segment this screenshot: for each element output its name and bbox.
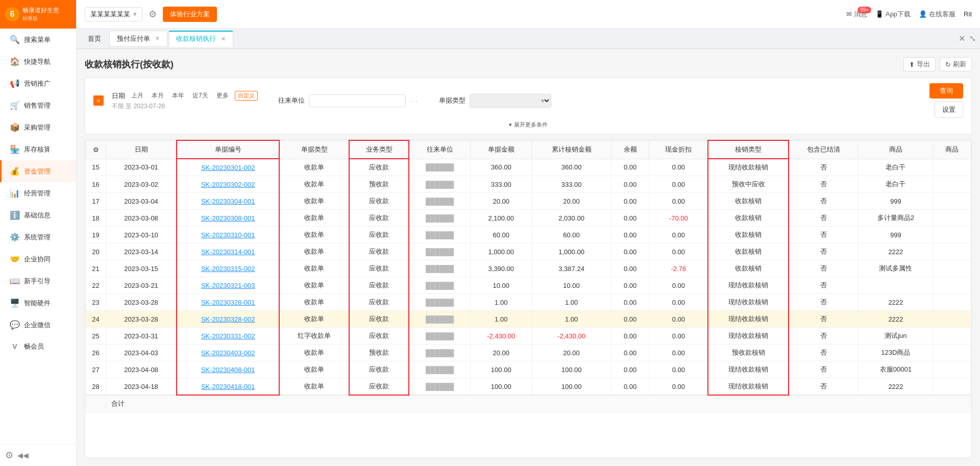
- bill-no-link[interactable]: SK-20230328-002: [201, 315, 255, 323]
- topbar-gear-icon[interactable]: ⚙: [149, 9, 157, 20]
- cell-goods1: 测试jun: [858, 328, 933, 345]
- date-range-text: 不限 至 2023-07-26: [112, 102, 258, 111]
- col-partner: 往来单位: [409, 140, 471, 159]
- cell-biz-type: 预收款: [349, 345, 409, 361]
- cell-goods2: [933, 243, 971, 260]
- col-amount: 单据金额: [471, 140, 532, 159]
- bill-no-link[interactable]: SK-20230310-001: [201, 231, 255, 239]
- bill-no-link[interactable]: SK-20230403-002: [201, 349, 255, 357]
- last-month-btn[interactable]: 上月: [129, 90, 145, 101]
- col-cum-amount: 累计核销金额: [532, 140, 611, 159]
- sidebar-item-corp[interactable]: 🤝 企业协同: [0, 248, 76, 270]
- cell-biz-type: 应收款: [349, 260, 409, 277]
- bill-no-link[interactable]: SK-20230301-002: [201, 164, 255, 171]
- bill-no-link[interactable]: SK-20230308-001: [201, 214, 255, 222]
- tab-close-all-button[interactable]: ✕: [959, 34, 965, 43]
- bill-no-link[interactable]: SK-20230418-001: [201, 383, 255, 390]
- cell-write-off-type: 收款核销: [708, 243, 789, 260]
- sidebar-item-wechat[interactable]: 💬 企业微信: [0, 314, 76, 336]
- cell-cash-disc: 0.00: [649, 328, 708, 345]
- sidebar-item-search[interactable]: 🔍 搜索菜单: [0, 29, 76, 51]
- expand-more-button[interactable]: ▾ 展开更多条件: [509, 121, 548, 129]
- cell-goods1: 老白干: [858, 176, 933, 193]
- table-settings-button[interactable]: 设置: [935, 102, 963, 118]
- sidebar-item-guide[interactable]: 📖 新手引导: [0, 270, 76, 292]
- this-year-btn[interactable]: 本年: [170, 90, 186, 101]
- cell-no: 28: [86, 378, 106, 396]
- partner-filter-input[interactable]: [309, 94, 406, 107]
- cell-goods1: 2222: [858, 243, 933, 260]
- cell-goods1: 2222: [858, 311, 933, 328]
- bill-no-link[interactable]: SK-20230408-001: [201, 366, 255, 374]
- refresh-icon: ↻: [945, 61, 951, 68]
- sidebar-item-operations[interactable]: 📊 经营管理: [0, 182, 76, 204]
- cell-no: 19: [86, 227, 106, 243]
- sidebar-item-label: 营销推广: [24, 79, 51, 88]
- tab-collect-exec-close[interactable]: ✕: [221, 36, 226, 42]
- sidebar-item-member[interactable]: V 畅会员: [0, 336, 76, 357]
- cell-bill-no: SK-20230408-001: [177, 361, 279, 378]
- tab-expand-button[interactable]: ⤡: [969, 34, 976, 43]
- sidebar-item-marketing[interactable]: 📢 营销推广: [0, 72, 76, 94]
- tab-collect-exec[interactable]: 收款核销执行 ✕: [168, 31, 233, 47]
- sidebar-nav: 🔍 搜索菜单 🏠 快捷导航 📢 营销推广 🛒 销售管理 📦 采购管理 🏪 库存核…: [0, 29, 76, 444]
- cell-bill-no: SK-20230304-001: [177, 193, 279, 210]
- sidebar-item-purchase[interactable]: 📦 采购管理: [0, 116, 76, 138]
- sidebar-item-inventory[interactable]: 🏪 库存核算: [0, 138, 76, 160]
- bill-no-link[interactable]: SK-20230314-001: [201, 248, 255, 256]
- filter-dots[interactable]: ···: [410, 97, 419, 105]
- solution-button[interactable]: 体验行业方案: [163, 7, 217, 22]
- sidebar-item-base[interactable]: ℹ️ 基础信息: [0, 204, 76, 226]
- custom-date-btn[interactable]: 自定义: [235, 91, 258, 101]
- bill-no-link[interactable]: SK-20230328-001: [201, 299, 255, 306]
- sidebar-item-hardware[interactable]: 🖥️ 智能硬件: [0, 292, 76, 314]
- message-badge: 99+: [857, 7, 871, 13]
- cell-bill-no: SK-20230418-001: [177, 378, 279, 396]
- sidebar-item-system[interactable]: ⚙️ 系统管理: [0, 226, 76, 248]
- sidebar-item-quick-nav[interactable]: 🏠 快捷导航: [0, 51, 76, 72]
- online-service-button[interactable]: 👤 在线客服: [919, 10, 955, 19]
- sidebar-item-label: 企业协同: [24, 255, 51, 264]
- cell-bill-no: SK-20230328-002: [177, 311, 279, 328]
- app-download-button[interactable]: 📱 App下载: [875, 10, 911, 19]
- bill-no-link[interactable]: SK-20230302-002: [201, 181, 255, 188]
- bill-no-link[interactable]: SK-20230321-003: [201, 282, 255, 289]
- filter-expand-button[interactable]: »: [93, 95, 104, 106]
- cell-amount: -2,430.00: [471, 328, 532, 345]
- tab-home[interactable]: 首页: [81, 31, 108, 47]
- export-button[interactable]: ⬆ 导出: [903, 57, 936, 71]
- cell-date: 2023-03-08: [106, 210, 177, 227]
- tab-pre-apply-close[interactable]: ✕: [155, 35, 160, 42]
- col-settings[interactable]: ⚙: [86, 140, 106, 159]
- cell-amount: 60.00: [471, 227, 532, 243]
- sidebar-item-label: 经营管理: [24, 189, 51, 198]
- this-month-btn[interactable]: 本月: [150, 90, 166, 101]
- cell-biz-type: 应收款: [349, 159, 409, 176]
- more-date-btn[interactable]: 更多: [214, 90, 231, 101]
- table-row: 28 2023-04-18 SK-20230418-001 收款单 应收款 ██…: [86, 378, 971, 396]
- refresh-button[interactable]: ↻ 刷新: [940, 57, 972, 71]
- bill-no-link[interactable]: SK-20230304-001: [201, 198, 255, 205]
- message-button[interactable]: ✉ 消息 99+: [846, 10, 867, 19]
- sidebar-item-label: 企业微信: [24, 321, 51, 330]
- cell-cum-amount: 1.00: [532, 311, 611, 328]
- sidebar-item-sales[interactable]: 🛒 销售管理: [0, 94, 76, 116]
- cell-partner: ██████: [409, 159, 471, 176]
- tab-pre-apply[interactable]: 预付应付单 ✕: [109, 31, 167, 47]
- bill-no-link[interactable]: SK-20230315-002: [201, 265, 255, 273]
- footer-empty: [86, 395, 106, 412]
- cell-date: 2023-03-28: [106, 294, 177, 311]
- sidebar-item-finance[interactable]: 💰 资金管理: [0, 160, 76, 182]
- cell-goods2: [933, 361, 971, 378]
- cell-biz-type: 应收款: [349, 361, 409, 378]
- query-button[interactable]: 查询: [929, 83, 963, 99]
- last-7days-btn[interactable]: 近7天: [190, 90, 210, 101]
- cell-amount: 10.00: [471, 277, 532, 294]
- bill-type-select[interactable]: [470, 94, 551, 108]
- cell-amount: 2,100.00: [471, 210, 532, 227]
- brand-selector[interactable]: 某某某某某某 ▾: [85, 7, 142, 21]
- collapse-icon[interactable]: ◀◀: [17, 451, 29, 459]
- table-row: 15 2023-03-01 SK-20230301-002 收款单 应收款 ██…: [86, 159, 971, 176]
- settings-icon[interactable]: ⚙: [5, 450, 13, 461]
- bill-no-link[interactable]: SK-20230331-002: [201, 332, 255, 340]
